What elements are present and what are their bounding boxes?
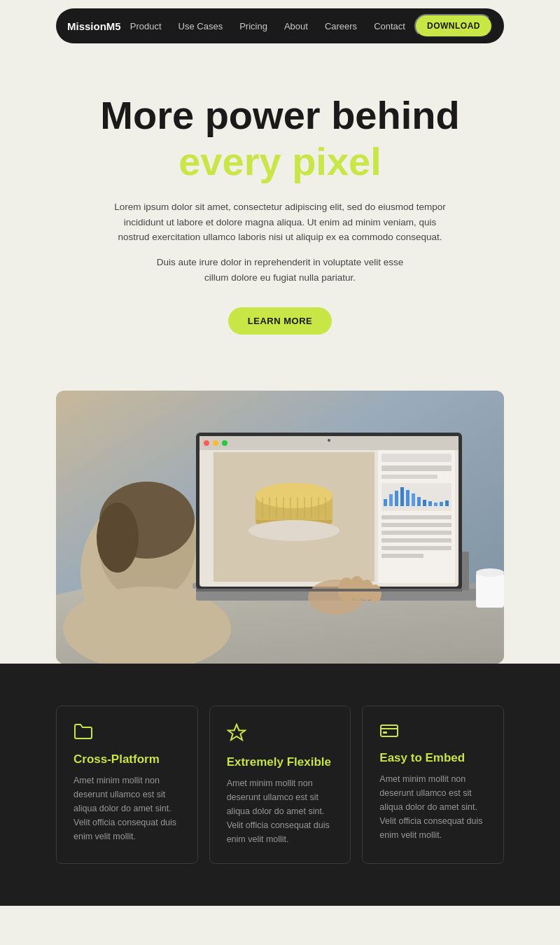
svg-point-72: [255, 483, 332, 508]
svg-point-83: [248, 520, 340, 541]
svg-rect-85: [382, 454, 451, 462]
svg-rect-93: [406, 490, 410, 506]
feature-desc-flexible: Amet minim mollit non deserunt ullamco e…: [227, 776, 334, 846]
hero-title-accent: every pixel: [56, 140, 504, 183]
svg-rect-106: [382, 554, 424, 558]
hero-section: More power behind every pixel Lorem ipsu…: [0, 52, 560, 391]
svg-rect-97: [428, 501, 432, 506]
svg-rect-101: [382, 515, 451, 519]
feature-desc-embed: Amet minim mollit non deserunt ullamco e…: [379, 772, 486, 842]
feature-title-embed: Easy to Embed: [379, 751, 486, 765]
feature-title-flexible: Extremely Flexible: [227, 755, 334, 769]
svg-rect-96: [423, 500, 426, 506]
svg-rect-89: [384, 499, 387, 506]
hero-description-2: Duis aute irure dolor in reprehenderit i…: [147, 255, 413, 285]
svg-rect-116: [381, 725, 398, 736]
credit-card-icon: [379, 723, 486, 743]
nav-link-use-cases[interactable]: Use Cases: [172, 17, 230, 36]
svg-rect-118: [383, 732, 387, 734]
feature-desc-cross-platform: Amet minim mollit non deserunt ullamco e…: [74, 774, 181, 844]
feature-title-cross-platform: Cross-Platform: [74, 752, 181, 766]
svg-rect-98: [434, 503, 438, 506]
svg-rect-105: [382, 546, 451, 550]
navbar: MissionM5 Product Use Cases Pricing Abou…: [56, 8, 504, 43]
hero-title-line1: More power behind: [56, 94, 504, 137]
svg-rect-95: [417, 497, 421, 506]
features-section: Cross-Platform Amet minim mollit non des…: [0, 664, 560, 906]
svg-rect-86: [382, 465, 451, 471]
nav-link-pricing[interactable]: Pricing: [232, 17, 274, 36]
svg-point-5: [97, 503, 139, 573]
download-button[interactable]: DOWNLOAD: [414, 14, 493, 38]
svg-rect-102: [382, 523, 451, 527]
svg-point-65: [204, 440, 209, 446]
nav-link-careers[interactable]: Careers: [318, 17, 364, 36]
star-icon: [227, 723, 334, 747]
svg-rect-103: [382, 531, 451, 535]
hero-image: [56, 391, 504, 664]
nav-link-contact[interactable]: Contact: [367, 17, 412, 36]
svg-rect-104: [382, 538, 451, 542]
feature-card-flexible: Extremely Flexible Amet minim mollit non…: [209, 706, 351, 864]
editing-section: Editing Tools and Exports Aliquam a augu…: [0, 906, 560, 945]
svg-rect-91: [395, 491, 398, 506]
nav-link-about[interactable]: About: [277, 17, 315, 36]
folder-icon: [74, 723, 181, 744]
svg-point-111: [369, 584, 382, 603]
features-grid: Cross-Platform Amet minim mollit non des…: [56, 706, 504, 864]
svg-point-66: [213, 440, 218, 446]
svg-rect-94: [412, 493, 415, 506]
feature-card-cross-platform: Cross-Platform Amet minim mollit non des…: [56, 706, 198, 864]
svg-rect-87: [382, 475, 438, 479]
svg-rect-114: [196, 589, 462, 592]
brand-logo[interactable]: MissionM5: [67, 20, 121, 32]
svg-rect-64: [200, 436, 458, 450]
svg-rect-92: [400, 487, 404, 506]
svg-point-113: [476, 568, 504, 577]
navbar-links: Product Use Cases Pricing About Careers …: [123, 17, 412, 36]
hero-laptop-illustration: [56, 391, 504, 664]
hero-description-1: Lorem ipsum dolor sit amet, consectetur …: [112, 200, 448, 245]
svg-point-67: [222, 440, 227, 446]
svg-rect-99: [440, 502, 443, 506]
svg-rect-112: [476, 573, 504, 608]
svg-rect-90: [389, 494, 393, 506]
learn-more-button[interactable]: LEARN MORE: [228, 307, 332, 335]
feature-card-embed: Easy to Embed Amet minim mollit non dese…: [362, 706, 504, 864]
svg-point-115: [328, 439, 330, 442]
nav-link-product[interactable]: Product: [123, 17, 169, 36]
svg-rect-100: [445, 500, 449, 506]
